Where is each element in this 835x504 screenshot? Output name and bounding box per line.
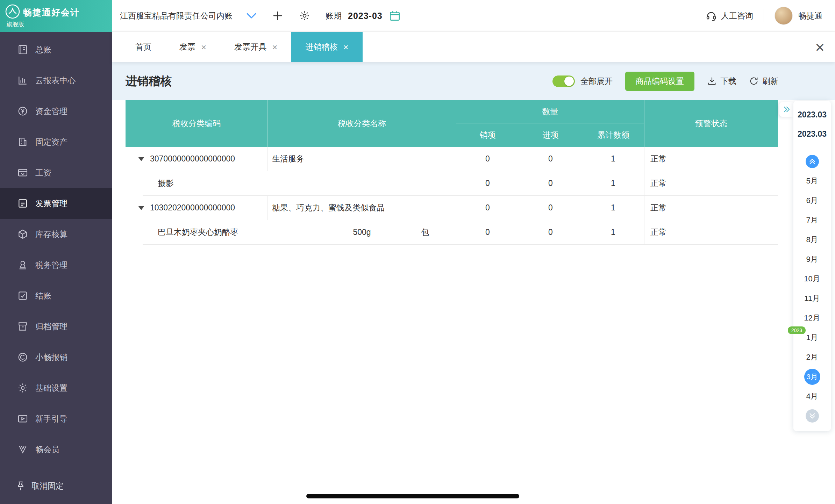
sidebar-item-label: 小畅报销	[35, 352, 67, 363]
tab-label: 发票开具	[234, 42, 266, 52]
table-row[interactable]: 3070000000000000000生活服务001正常	[126, 147, 778, 171]
month-item[interactable]: 10月	[793, 269, 831, 289]
page-header: 进销稽核 全部展开 商品编码设置 下载 刷新	[126, 62, 778, 100]
table-row[interactable]: 巴旦木奶枣夹心奶酪枣500g包001正常	[143, 220, 778, 245]
sidebar-item-fixed-assets[interactable]: 固定资产	[0, 127, 112, 157]
month-label: 4月	[806, 391, 818, 402]
ledger-icon	[17, 44, 28, 55]
account-settings-button[interactable]	[299, 10, 310, 21]
table-row[interactable]: 1030202000000000000糖果、巧克力、蜜饯及类似食品001正常	[126, 196, 778, 220]
scroll-up-button[interactable]	[806, 155, 819, 168]
sidebar-item-closing[interactable]: 结账	[0, 280, 112, 311]
cloud-report-icon	[17, 75, 28, 86]
gear-icon	[299, 10, 310, 21]
tab-purchase-sales-audit[interactable]: 进销稽核	[291, 32, 362, 62]
cell-unit	[394, 171, 456, 195]
tab-close-icon[interactable]	[201, 43, 206, 52]
month-item[interactable]: 7月	[793, 210, 831, 230]
period-item[interactable]: 2023.03	[793, 124, 831, 144]
company-selector[interactable]: 江西服宝精品有限责任公司内账	[120, 10, 256, 21]
sidebar-item-chang-member[interactable]: 畅会员	[0, 434, 112, 465]
month-item[interactable]: 11月	[793, 289, 831, 308]
sidebar-item-funds-management[interactable]: 资金管理	[0, 96, 112, 127]
tab-invoice-issue[interactable]: 发票开具	[220, 32, 291, 62]
download-button[interactable]: 下载	[707, 76, 736, 87]
product-code-settings-button[interactable]: 商品编码设置	[625, 72, 694, 91]
month-list: 5月6月7月8月9月10月11月12月1月2月3月4月	[793, 171, 831, 406]
cell-input-qty: 0	[519, 171, 582, 195]
col-header-input: 进项	[519, 123, 582, 147]
sidebar-item-basic-settings[interactable]: 基础设置	[0, 373, 112, 403]
expand-all-toggle[interactable]	[552, 75, 575, 87]
tax-code-text: 1030202000000000000	[150, 203, 235, 213]
month-item[interactable]: 9月	[793, 250, 831, 269]
app-root: 畅捷通好会计 旗舰版 总账 云报表中心 资金管理 固定资产 工资	[0, 0, 835, 504]
tab-close-icon[interactable]	[272, 43, 277, 52]
download-icon	[707, 76, 717, 86]
horizontal-scrollbar[interactable]	[306, 494, 519, 498]
cell-output-qty: 0	[456, 147, 519, 171]
tab-close-icon[interactable]	[343, 43, 348, 52]
tax-icon	[17, 259, 28, 271]
sidebar-item-label: 基础设置	[35, 383, 67, 394]
cell-item-name: 巴旦木奶枣夹心奶酪枣	[143, 220, 330, 244]
cell-cumulative-qty: 1	[582, 196, 644, 220]
download-label: 下载	[720, 76, 736, 87]
sidebar-unpin-button[interactable]: 取消固定	[0, 468, 112, 504]
scroll-down-button[interactable]	[806, 409, 819, 423]
support-button[interactable]: 人工咨询	[706, 10, 753, 21]
sidebar-item-xiaochang-expense[interactable]: 小畅报销	[0, 342, 112, 373]
sidebar-item-general-ledger[interactable]: 总账	[0, 34, 112, 65]
brand-name: 畅捷通好会计	[23, 7, 80, 18]
panel-collapse-handle[interactable]	[779, 102, 793, 117]
tab-bar: 首页发票发票开具进销稽核	[112, 32, 835, 62]
month-label: 6月	[806, 195, 818, 206]
cell-output-qty: 0	[456, 220, 519, 244]
double-chevron-down-icon	[808, 412, 816, 420]
sidebar-item-label: 新手引导	[35, 413, 67, 424]
month-label: 5月	[806, 176, 818, 186]
double-chevron-right-icon	[782, 105, 791, 114]
sidebar-item-tax-management[interactable]: 税务管理	[0, 250, 112, 280]
reimburse-icon	[17, 352, 28, 363]
sidebar: 畅捷通好会计 旗舰版 总账 云报表中心 资金管理 固定资产 工资	[0, 0, 112, 504]
cell-item-name: 摄影	[143, 171, 330, 195]
expand-toggle-icon[interactable]	[138, 157, 144, 161]
month-item[interactable]: 12月	[793, 308, 831, 328]
member-icon	[17, 444, 28, 455]
avatar[interactable]	[775, 7, 793, 25]
expand-toggle-icon[interactable]	[138, 206, 144, 210]
table-row[interactable]: 摄影001正常	[143, 171, 778, 196]
tab-invoice[interactable]: 发票	[165, 32, 220, 62]
month-item[interactable]: 8月	[793, 230, 831, 250]
month-label: 8月	[806, 235, 818, 245]
headset-icon	[706, 10, 717, 21]
period-value[interactable]: 2023-03	[348, 11, 383, 21]
tab-label: 进销稽核	[305, 42, 337, 52]
brand-header: 畅捷通好会计 旗舰版	[0, 0, 112, 32]
add-account-button[interactable]	[272, 10, 283, 21]
period-item[interactable]: 2023.03	[793, 105, 831, 124]
sidebar-item-inventory-accounting[interactable]: 库存核算	[0, 219, 112, 250]
sidebar-item-archive-management[interactable]: 归档管理	[0, 311, 112, 342]
sidebar-item-payroll[interactable]: 工资	[0, 157, 112, 188]
month-item[interactable]: 2月	[793, 347, 831, 367]
tab-home[interactable]: 首页	[121, 32, 165, 62]
month-item[interactable]: 5月	[793, 171, 831, 191]
cell-cumulative-qty: 1	[582, 220, 644, 244]
sidebar-item-beginner-guide[interactable]: 新手引导	[0, 403, 112, 434]
calendar-icon[interactable]	[389, 10, 401, 22]
month-item[interactable]: 6月	[793, 191, 831, 210]
month-item[interactable]: 4月	[793, 387, 831, 406]
tabbar-close-button[interactable]	[815, 39, 825, 55]
accounting-period: 账期 2023-03	[326, 10, 401, 22]
month-label: 2月	[806, 352, 818, 362]
sidebar-item-invoice-management[interactable]: 发票管理	[0, 188, 112, 219]
month-label: 10月	[804, 274, 820, 284]
month-item[interactable]: 3月	[793, 367, 831, 387]
chevron-down-icon	[247, 13, 256, 19]
cell-output-qty: 0	[456, 171, 519, 195]
refresh-button[interactable]: 刷新	[749, 76, 778, 87]
sidebar-item-label: 税务管理	[35, 260, 67, 271]
sidebar-item-cloud-report-center[interactable]: 云报表中心	[0, 65, 112, 96]
